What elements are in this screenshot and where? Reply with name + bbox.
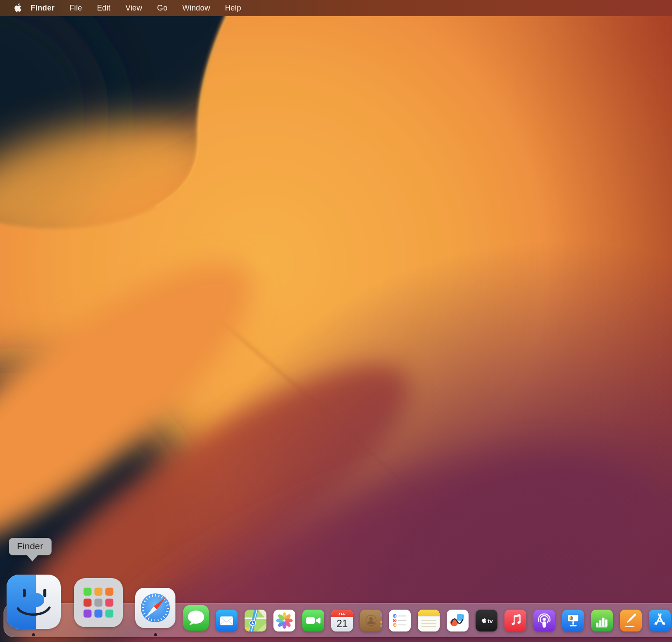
mail-icon [216,610,238,631]
app-store-icon [649,610,671,631]
dock-item-launchpad[interactable] [74,578,123,627]
menu-item-help[interactable]: Help [217,0,248,16]
menu-item-finder[interactable]: Finder [23,0,62,16]
dock-item-safari[interactable] [135,588,175,628]
running-indicator-safari [154,633,157,636]
desktop-wallpaper [0,0,672,642]
photos-icon [273,610,295,631]
dock: JAN 21 [7,575,671,631]
podcasts-icon [533,610,555,631]
desktop: Finder File Edit View Go Window Help Fin… [0,0,672,642]
dock-item-reminders[interactable] [389,610,411,631]
calendar-day-label: 21 [336,618,348,629]
numbers-icon [591,610,613,631]
menu-bar: Finder File Edit View Go Window Help [0,0,672,16]
dock-item-keynote[interactable] [562,610,584,631]
calendar-icon: JAN 21 [331,610,353,631]
dock-item-appletv[interactable]: tv [476,610,497,631]
appletv-tv-label: tv [488,618,493,624]
dock-item-maps[interactable] [245,610,266,631]
wallpaper-graphic [0,0,672,642]
menu-item-go[interactable]: Go [150,0,175,16]
apple-tv-icon: tv [476,610,497,631]
dock-item-mail[interactable] [216,610,238,631]
pages-icon [620,610,642,631]
facetime-icon [302,610,324,631]
music-icon [504,610,526,631]
apple-menu-icon[interactable] [14,3,23,13]
contacts-icon [360,610,382,631]
dock-item-contacts[interactable] [360,610,382,631]
finder-icon [7,575,61,629]
dock-item-finder[interactable] [7,575,61,629]
tooltip-arrow [27,555,38,561]
running-indicator-finder [32,633,35,636]
dock-item-appstore[interactable] [649,610,671,631]
keynote-icon [562,610,584,631]
dock-item-podcasts[interactable] [533,610,555,631]
freeform-icon [447,610,469,631]
launchpad-icon [74,578,123,627]
menu-item-edit[interactable]: Edit [90,0,118,16]
maps-icon [245,610,266,631]
calendar-month-label: JAN [338,613,346,616]
dock-item-photos[interactable] [273,610,295,631]
dock-item-pages[interactable] [620,610,642,631]
notes-icon [418,610,440,631]
safari-icon [135,588,175,628]
dock-item-numbers[interactable] [591,610,613,631]
finder-tooltip: Finder [9,538,52,561]
finder-tooltip-label: Finder [9,538,52,555]
menu-item-file[interactable]: File [62,0,90,16]
menu-item-view[interactable]: View [118,0,150,16]
dock-item-messages[interactable] [183,605,209,631]
menu-item-window[interactable]: Window [175,0,217,16]
dock-item-notes[interactable] [418,610,440,631]
dock-item-facetime[interactable] [302,610,324,631]
dock-item-music[interactable] [504,610,526,631]
dock-item-freeform[interactable] [447,610,469,631]
dock-item-calendar[interactable]: JAN 21 [331,610,353,631]
messages-icon [183,605,209,631]
reminders-icon [389,610,411,631]
